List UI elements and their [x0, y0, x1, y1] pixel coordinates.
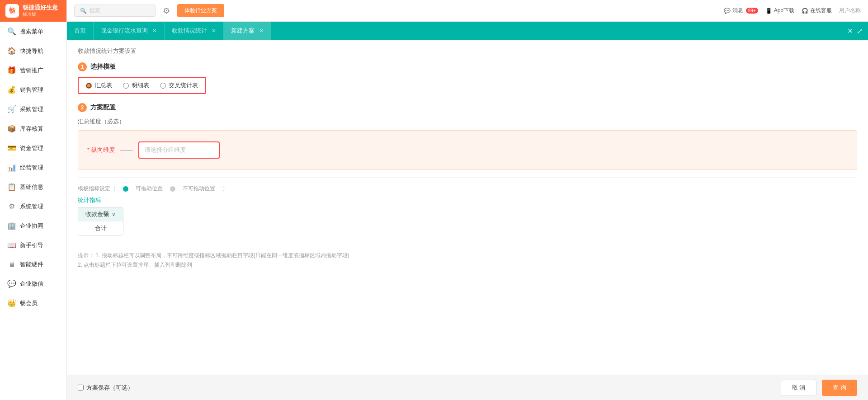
sidebar-item-system[interactable]: ⚙ 系统管理	[0, 197, 66, 216]
save-checkbox-label[interactable]: 方案保存（可选）	[78, 384, 133, 392]
vertical-dim-label: * 纵向维度	[87, 146, 115, 154]
tab-new-plan[interactable]: 新建方案 ✕	[224, 22, 271, 40]
marketing-icon: 🎁	[7, 66, 16, 75]
sidebar-item-sales[interactable]: 💰 销售管理	[0, 80, 66, 99]
sidebar-item-base[interactable]: 📋 基础信息	[0, 177, 66, 197]
search-menu-icon: 🔍	[7, 27, 16, 36]
metrics-header: 模板指标设定（ 可拖动位置 不可拖动位置 ）	[78, 185, 857, 193]
dimension-select[interactable]: 请选择分组维度	[138, 141, 220, 159]
tip-line1: 提示： 1. 拖动标题栏可以调整布局，不可跨维度或指标区域拖动栏目字段(只能在同…	[78, 252, 857, 259]
step2-title: 方案配置	[90, 104, 116, 112]
sidebar: 畅 畅捷通好生意 标准版 🔍 搜索菜单 🏠 快捷导航 🎁 营销推广 💰 销售管理…	[0, 0, 67, 400]
inventory-icon: 📦	[7, 124, 16, 133]
tab-home[interactable]: 首页	[67, 22, 94, 40]
metrics-table: 收款金额 ∨ 合计	[78, 207, 123, 235]
guide-icon: 📖	[7, 241, 16, 249]
sidebar-item-hardware[interactable]: 🖥 智能硬件	[0, 255, 66, 274]
sidebar-item-operation[interactable]: 📊 经营管理	[0, 158, 66, 177]
arrow: ——	[120, 146, 133, 154]
search-box[interactable]: 🔍 搜索	[74, 5, 156, 17]
fixed-label: 不可拖动位置	[183, 185, 215, 193]
step2-header: 2 方案配置	[78, 103, 857, 112]
tab-close-collection[interactable]: ✕	[212, 28, 216, 34]
template-options: 汇总表 明细表 交叉统计表	[78, 77, 206, 94]
service-icon: 🎧	[802, 8, 808, 14]
tabbar: 首页 现金银行流水查询 ✕ 收款情况统计 ✕ 新建方案 ✕ ✕ ⤢	[67, 22, 868, 40]
metrics-title-text: 模板指标设定（	[78, 185, 116, 193]
tab-controls: ✕ ⤢	[842, 22, 868, 40]
search-icon: 🔍	[80, 8, 87, 14]
content-area: 收款情况统计方案设置 1 选择模板 汇总表 明细表	[67, 40, 868, 400]
query-button[interactable]: 查 询	[822, 380, 857, 396]
sidebar-item-finance[interactable]: 💳 资金管理	[0, 138, 66, 158]
step1-title: 选择模板	[90, 63, 116, 71]
step1-header: 1 选择模板	[78, 62, 857, 71]
sidebar-item-wechat[interactable]: 💬 企业微信	[0, 274, 66, 293]
hardware-icon: 🖥	[7, 260, 16, 268]
topbar: 🔍 搜索 ⚙ 体验行业方案 💬 消息 99+ 📱 App下载 🎧 在线客服 用户…	[67, 0, 868, 22]
section-template: 1 选择模板 汇总表 明细表 交叉统计表	[78, 62, 857, 94]
draggable-label: 可拖动位置	[136, 185, 163, 193]
stats-label: 统计指标	[78, 196, 857, 204]
step2-num: 2	[78, 103, 87, 112]
sidebar-item-quick-nav[interactable]: 🏠 快捷导航	[0, 41, 66, 61]
radio-detail-input[interactable]	[123, 83, 129, 89]
tab-close-all-icon[interactable]: ✕	[847, 27, 853, 35]
sidebar-item-corp[interactable]: 🏢 企业协同	[0, 216, 66, 235]
notification-icon: 💬	[724, 8, 731, 14]
radio-cross[interactable]: 交叉统计表	[160, 81, 198, 89]
finance-icon: 💳	[7, 144, 16, 152]
purchase-icon: 🛒	[7, 105, 16, 113]
tab-collection-stat[interactable]: 收款情况统计 ✕	[165, 22, 224, 40]
radio-summary-input[interactable]	[86, 83, 92, 89]
radio-cross-input[interactable]	[160, 83, 166, 89]
metrics-row-total: 合计	[78, 221, 123, 235]
operation-icon: 📊	[7, 163, 16, 172]
corp-icon: 🏢	[7, 221, 16, 230]
sidebar-item-guide[interactable]: 📖 新手引导	[0, 235, 66, 255]
metrics-section: 模板指标设定（ 可拖动位置 不可拖动位置 ） 统计指标 收款金额 ∨ 合计	[78, 185, 857, 237]
settings-icon[interactable]: ⚙	[163, 6, 170, 16]
sidebar-item-inventory[interactable]: 📦 库存核算	[0, 119, 66, 138]
sales-icon: 💰	[7, 85, 16, 94]
page-container: 收款情况统计方案设置 1 选择模板 汇总表 明细表	[67, 40, 868, 375]
radio-detail[interactable]: 明细表	[123, 81, 149, 89]
tab-close-bank-flow[interactable]: ✕	[152, 28, 157, 34]
draggable-dot	[123, 186, 128, 192]
fixed-dot	[170, 186, 175, 192]
tip-line2: 2. 点击标题栏下拉可设置排序、插入列和删除列	[78, 261, 857, 269]
sidebar-item-purchase[interactable]: 🛒 采购管理	[0, 99, 66, 119]
tab-close-new-plan[interactable]: ✕	[259, 28, 264, 34]
dimension-area: * 纵向维度 —— 请选择分组维度	[78, 130, 857, 170]
bottom-bar: 方案保存（可选） 取 消 查 询	[67, 375, 868, 400]
tab-expand-icon[interactable]: ⤢	[857, 27, 863, 35]
base-icon: 📋	[7, 183, 16, 191]
divider1	[78, 177, 857, 178]
metrics-col-header[interactable]: 收款金额 ∨	[78, 207, 123, 221]
dimension-row: * 纵向维度 —— 请选择分组维度	[87, 141, 848, 159]
chevron-down-icon[interactable]: ∨	[112, 211, 116, 217]
username-display: 用户名称	[839, 7, 861, 14]
online-service-btn[interactable]: 🎧 在线客服	[802, 7, 832, 14]
sidebar-item-search-menu[interactable]: 🔍 搜索菜单	[0, 22, 66, 41]
system-icon: ⚙	[7, 202, 16, 211]
step1-num: 1	[78, 62, 87, 71]
promo-button[interactable]: 体验行业方案	[177, 4, 224, 17]
logo-text: 畅捷通好生意 标准版	[23, 4, 58, 18]
tab-bank-flow[interactable]: 现金银行流水查询 ✕	[94, 22, 165, 40]
radio-summary[interactable]: 汇总表	[86, 81, 112, 89]
wechat-icon: 💬	[7, 279, 16, 288]
notification-btn[interactable]: 💬 消息 99+	[724, 7, 758, 14]
sidebar-item-marketing[interactable]: 🎁 营销推广	[0, 61, 66, 80]
main-area: 🔍 搜索 ⚙ 体验行业方案 💬 消息 99+ 📱 App下载 🎧 在线客服 用户…	[67, 0, 868, 400]
app-download-btn[interactable]: 📱 App下载	[765, 7, 794, 14]
footer-buttons: 取 消 查 询	[781, 380, 857, 396]
cancel-button[interactable]: 取 消	[781, 380, 817, 396]
page-title: 收款情况统计方案设置	[78, 47, 857, 55]
save-checkbox-input[interactable]	[78, 385, 84, 391]
member-icon: 👑	[7, 299, 16, 307]
app-icon: 📱	[765, 8, 772, 14]
sidebar-item-member[interactable]: 👑 畅会员	[0, 293, 66, 313]
section-config: 2 方案配置 汇总维度（必选） * 纵向维度 —— 请选择分组维度	[78, 103, 857, 269]
logo-icon: 畅	[5, 4, 19, 18]
